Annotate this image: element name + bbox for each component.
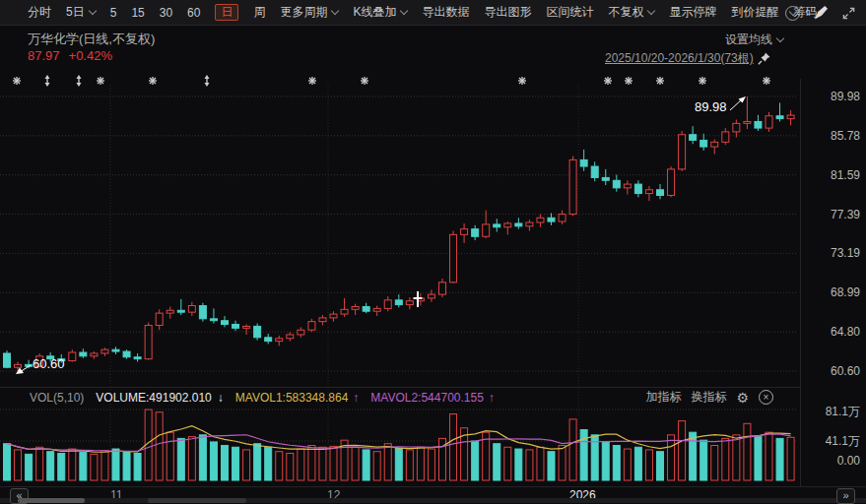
volume-value: VOLUME:491902.010 <box>96 391 211 405</box>
change-percent: +0.42% <box>69 48 112 63</box>
chevron-down-icon <box>776 34 784 42</box>
ma-settings-menu[interactable]: 设置均线 <box>725 32 783 48</box>
volume-indicator-header: VOL(5,10) VOLUME:491902.010 ↓ MAVOL1:583… <box>30 390 495 405</box>
mavol1-up-arrow-icon: ↑ <box>353 391 359 405</box>
price-tick: 68.99 <box>831 285 860 299</box>
price-tick: 89.98 <box>831 90 860 103</box>
add-indicator-button[interactable]: 加指标 <box>645 389 681 406</box>
mavol2-value: MAVOL2:544700.155 <box>370 391 484 405</box>
xaxis-divider <box>0 486 866 487</box>
price-tick: 77.39 <box>831 208 860 221</box>
chart-canvas[interactable] <box>0 0 866 504</box>
switch-indicator-button[interactable]: 换指标 <box>691 389 726 406</box>
date-range-link[interactable]: 2025/10/20-2026/1/30(73根) <box>605 50 770 67</box>
volume-tick: 41.1万 <box>826 433 860 450</box>
close-indicator-icon[interactable]: × <box>759 390 773 405</box>
price-tick: 85.78 <box>831 129 860 143</box>
horizontal-scrollbar-thumb[interactable] <box>18 498 85 503</box>
horizontal-scrollbar-track[interactable] <box>0 498 866 503</box>
pane-divider <box>0 387 800 388</box>
low-price-annotation: 60.60 <box>33 356 65 371</box>
mavol2-up-arrow-icon: ↑ <box>489 391 495 405</box>
mavol1-value: MAVOL1:583348.864 <box>235 391 349 405</box>
scroll-right-button[interactable]: » <box>836 488 855 504</box>
high-price-annotation: 89.98 <box>695 99 727 114</box>
price-tick: 64.80 <box>831 325 860 339</box>
volume-tick: 81.1万 <box>826 404 860 420</box>
date-range-label: 2025/10/20-2026/1/30(73根) <box>605 50 754 67</box>
axis-divider <box>800 79 801 486</box>
indicator-settings-gear-icon[interactable]: ⚙ <box>736 390 749 406</box>
volume-indicator-name: VOL(5,10) <box>30 391 84 405</box>
horizontal-scrollbar-thumb-secondary[interactable] <box>148 498 246 503</box>
pin-icon <box>758 52 770 65</box>
price-row: 87.97+0.42% <box>28 48 121 63</box>
price-tick: 60.60 <box>831 364 860 378</box>
volume-down-arrow-icon: ↓ <box>218 391 224 405</box>
price-tick: 73.19 <box>831 246 860 260</box>
price-tick: 81.59 <box>831 168 860 182</box>
volume-pane-actions: 加指标 换指标 ⚙ × <box>645 390 773 405</box>
stock-title: 万华化学(日线,不复权) <box>28 31 155 48</box>
last-price: 87.97 <box>28 48 60 63</box>
volume-tick: 0.00 <box>837 454 860 468</box>
ma-settings-label: 设置均线 <box>725 32 772 48</box>
stock-chart-app: 分时 5日 5 15 30 60 日 周 更多周期 K线叠加 导出数据 导出图形… <box>0 0 866 504</box>
